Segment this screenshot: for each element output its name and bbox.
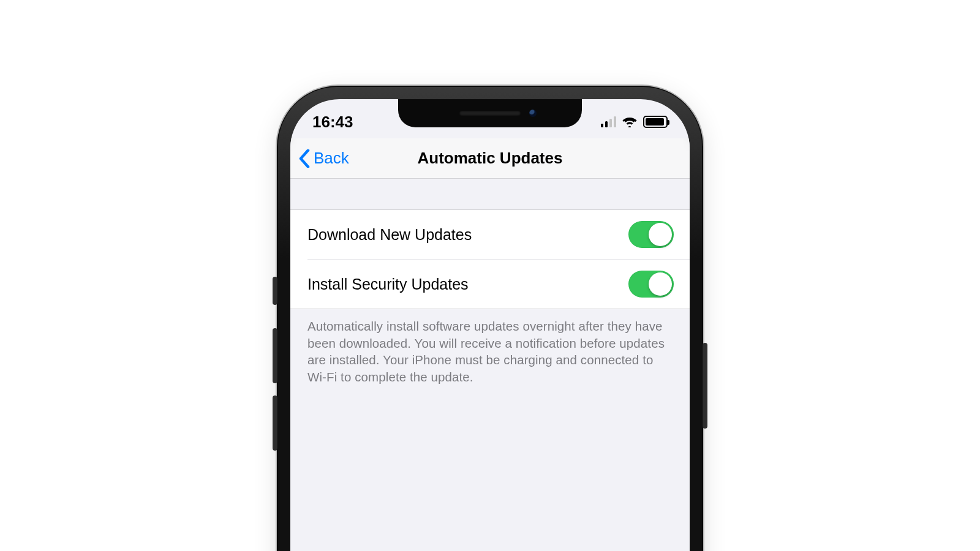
earpiece-speaker xyxy=(459,111,521,116)
row-label: Install Security Updates xyxy=(307,276,469,293)
side-button xyxy=(703,343,707,429)
battery-fill xyxy=(646,118,664,126)
wifi-icon xyxy=(622,116,637,127)
row-label: Download New Updates xyxy=(307,226,472,244)
group-footer-text: Automatically install software updates o… xyxy=(290,309,690,386)
front-camera xyxy=(529,110,537,117)
settings-group: Download New Updates Install Security Up… xyxy=(290,209,690,309)
battery-icon xyxy=(643,116,668,128)
volume-up-button xyxy=(273,328,277,383)
canvas: 16:43 Back Automatic Updates xyxy=(0,0,980,551)
cellular-icon xyxy=(601,116,617,127)
toggle-install-security-updates[interactable] xyxy=(628,271,674,298)
row-install-security-updates[interactable]: Install Security Updates xyxy=(307,259,690,309)
status-time: 16:43 xyxy=(312,113,353,132)
iphone-frame: 16:43 Back Automatic Updates xyxy=(277,86,703,551)
volume-down-button xyxy=(273,395,277,451)
chevron-left-icon xyxy=(299,149,310,168)
back-label: Back xyxy=(314,149,349,168)
page-title: Automatic Updates xyxy=(418,149,563,168)
status-right xyxy=(601,116,668,128)
mute-switch xyxy=(273,277,277,305)
row-download-new-updates[interactable]: Download New Updates xyxy=(290,210,690,259)
screen: 16:43 Back Automatic Updates xyxy=(290,99,690,551)
content: Download New Updates Install Security Up… xyxy=(290,179,690,551)
navigation-bar: Back Automatic Updates xyxy=(290,138,690,179)
notch xyxy=(398,99,582,127)
toggle-download-new-updates[interactable] xyxy=(628,221,674,248)
back-button[interactable]: Back xyxy=(299,138,349,178)
